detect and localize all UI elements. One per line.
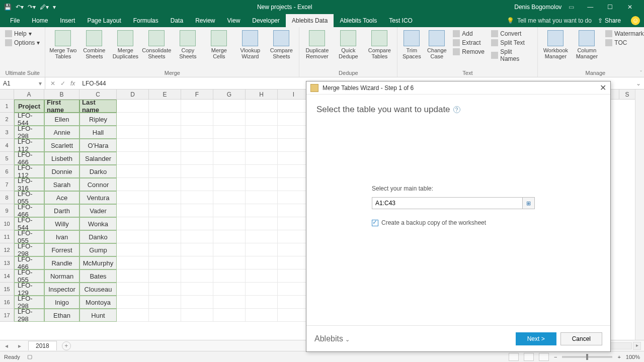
- cell[interactable]: [278, 230, 310, 243]
- col-header[interactable]: C: [79, 89, 117, 99]
- cell[interactable]: [278, 139, 310, 152]
- cell[interactable]: [181, 256, 213, 269]
- save-icon[interactable]: 💾: [4, 4, 12, 11]
- row-header[interactable]: 9: [0, 204, 14, 217]
- cell[interactable]: [181, 296, 213, 309]
- cell[interactable]: [246, 165, 278, 178]
- row-header[interactable]: 10: [0, 217, 14, 230]
- cell[interactable]: Lisbeth: [44, 152, 79, 165]
- cell[interactable]: Project: [14, 100, 44, 113]
- cell[interactable]: [213, 191, 246, 204]
- name-box[interactable]: A1▾: [0, 77, 45, 89]
- col-header[interactable]: E: [149, 89, 181, 99]
- ablebits-brand[interactable]: Ablebits ⌄: [314, 334, 350, 343]
- cell[interactable]: [149, 296, 181, 309]
- cell[interactable]: [246, 296, 278, 309]
- cell[interactable]: [278, 126, 310, 139]
- cell[interactable]: Ace: [44, 191, 79, 204]
- sheet-nav-next[interactable]: ▸: [13, 342, 26, 349]
- tab-review[interactable]: Review: [189, 14, 221, 27]
- cell[interactable]: [181, 113, 213, 126]
- page-break-view-button[interactable]: [539, 353, 549, 361]
- cell[interactable]: [278, 178, 310, 191]
- cell[interactable]: [117, 204, 149, 217]
- cell[interactable]: LFO-298: [14, 126, 44, 139]
- tell-me-search[interactable]: 💡Tell me what you want to do: [507, 17, 592, 24]
- cell[interactable]: Inigo: [44, 296, 79, 309]
- row-header[interactable]: 15: [0, 283, 14, 296]
- cell[interactable]: [213, 165, 246, 178]
- page-layout-view-button[interactable]: [524, 353, 534, 361]
- tab-page-layout[interactable]: Page Layout: [81, 14, 127, 27]
- cell[interactable]: [213, 256, 246, 269]
- tab-developer[interactable]: Developer: [246, 14, 286, 27]
- workbook-manager-button[interactable]: Workbook Manager: [541, 29, 570, 69]
- cell[interactable]: [213, 230, 246, 243]
- cell[interactable]: [117, 269, 149, 283]
- minimize-button[interactable]: —: [581, 4, 599, 11]
- col-header[interactable]: A: [14, 89, 44, 99]
- help-button[interactable]: Help ▾: [5, 30, 40, 37]
- cell[interactable]: [149, 217, 181, 230]
- cancel-formula-icon[interactable]: ✕: [50, 80, 55, 87]
- cell[interactable]: [246, 217, 278, 230]
- cell[interactable]: [149, 139, 181, 152]
- row-header[interactable]: 11: [0, 230, 14, 243]
- change-case-button[interactable]: Change Case: [425, 29, 449, 69]
- cell[interactable]: [181, 309, 213, 322]
- tab-ablebits-data[interactable]: Ablebits Data: [286, 14, 334, 27]
- cell[interactable]: Willy: [44, 217, 79, 230]
- quick-dedupe-button[interactable]: Quick Dedupe: [334, 29, 363, 69]
- duplicate-remover-button[interactable]: Duplicate Remover: [302, 29, 332, 69]
- cell[interactable]: [181, 204, 213, 217]
- vertical-scrollbar[interactable]: [635, 89, 644, 340]
- col-header[interactable]: D: [117, 89, 149, 99]
- cell[interactable]: [149, 152, 181, 165]
- range-input[interactable]: [372, 197, 523, 209]
- cell[interactable]: [213, 126, 246, 139]
- cell[interactable]: [181, 269, 213, 283]
- col-header[interactable]: F: [181, 89, 213, 99]
- cell[interactable]: LFO-129: [14, 283, 44, 296]
- cell[interactable]: [278, 113, 310, 126]
- cell[interactable]: Annie: [44, 126, 79, 139]
- tab-insert[interactable]: Insert: [54, 14, 81, 27]
- macro-record-icon[interactable]: ▢: [27, 353, 32, 360]
- fx-icon[interactable]: fx: [70, 80, 79, 87]
- cell[interactable]: Connor: [79, 178, 117, 191]
- copy-sheets-button[interactable]: Copy Sheets: [173, 29, 202, 69]
- cell[interactable]: Ivan: [44, 230, 79, 243]
- row-header[interactable]: 8: [0, 191, 14, 204]
- next-button[interactable]: Next >: [516, 332, 556, 345]
- toc-button[interactable]: TOC: [605, 39, 644, 46]
- cell[interactable]: McMurphy: [79, 256, 117, 269]
- options-button[interactable]: Options ▾: [5, 39, 40, 46]
- cell[interactable]: [213, 309, 246, 322]
- cell[interactable]: [149, 256, 181, 269]
- cell[interactable]: Danko: [79, 230, 117, 243]
- cell[interactable]: LFO-298: [14, 309, 44, 322]
- cell[interactable]: LFO-055: [14, 191, 44, 204]
- cell[interactable]: LFO-316: [14, 178, 44, 191]
- cell[interactable]: [213, 178, 246, 191]
- cell[interactable]: Ethan: [44, 309, 79, 322]
- cell[interactable]: [213, 139, 246, 152]
- cell[interactable]: [181, 126, 213, 139]
- cell[interactable]: [213, 269, 246, 283]
- cell[interactable]: [278, 100, 310, 113]
- cell[interactable]: Last name: [79, 100, 117, 113]
- cell[interactable]: [278, 309, 310, 322]
- cell[interactable]: [149, 178, 181, 191]
- col-header[interactable]: G: [213, 89, 246, 99]
- cell[interactable]: LFO-298: [14, 296, 44, 309]
- split-text-button[interactable]: Split Text: [491, 39, 532, 46]
- cell[interactable]: [117, 100, 149, 113]
- cell[interactable]: [246, 230, 278, 243]
- sheet-nav-prev[interactable]: ◂: [0, 342, 13, 349]
- cell[interactable]: [149, 191, 181, 204]
- tab-file[interactable]: File: [4, 14, 26, 27]
- cell[interactable]: [117, 113, 149, 126]
- cell[interactable]: [246, 126, 278, 139]
- col-header[interactable]: B: [44, 89, 79, 99]
- cell[interactable]: [213, 152, 246, 165]
